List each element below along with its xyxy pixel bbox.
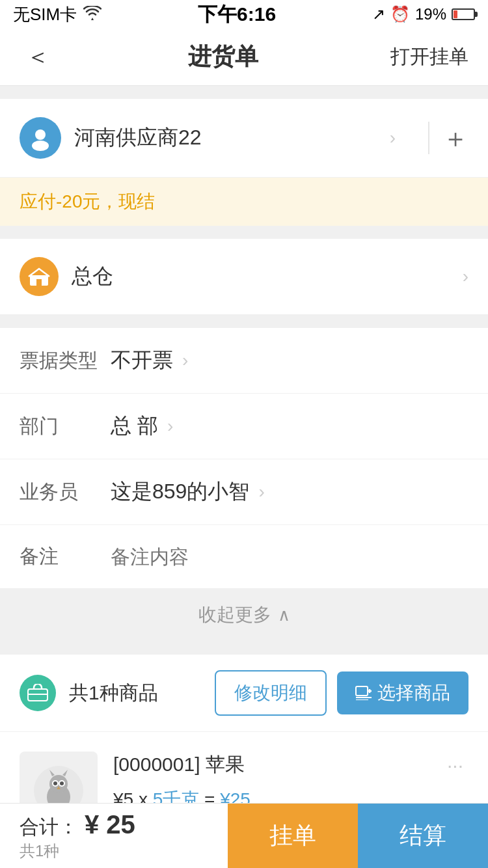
battery-icon [452,8,475,20]
ticket-type-value: 不开票 [111,346,173,375]
product-title: 苹果 [206,753,245,775]
total-section: 合计： ¥ 25 共1种 [0,810,228,861]
carrier-label: 无SIM卡 [13,3,77,26]
vertical-divider [428,122,429,154]
svg-point-0 [35,129,46,140]
salesman-row[interactable]: 业务员 这是859的小智 › [0,459,488,525]
salesman-chevron-icon: › [258,481,264,502]
department-label: 部门 [20,413,111,440]
supplier-card: 河南供应商22 › ＋ 应付-20元，现结 [0,99,488,226]
notice-text: 应付-20元，现结 [20,191,155,211]
product-name: [0000001] 苹果 [113,752,442,778]
status-left: 无SIM卡 [13,3,102,26]
add-button[interactable]: ＋ [442,120,468,156]
collapse-icon: ∧ [278,605,290,625]
remark-row: 备注 [0,525,488,588]
supplier-name: 河南供应商22 [74,124,390,152]
status-time: 下午6:16 [198,1,276,28]
select-product-label: 选择商品 [377,681,450,705]
back-button[interactable]: ＜ [20,34,56,79]
page-title: 进货单 [188,41,258,73]
department-row[interactable]: 部门 总 部 › [0,394,488,459]
supplier-row[interactable]: 河南供应商22 › ＋ [0,99,488,178]
supplier-avatar [20,117,61,159]
battery-percent: 19% [415,5,446,23]
nav-bar: ＜ 进货单 打开挂单 [0,29,488,86]
select-product-button[interactable]: 选择商品 [337,671,468,714]
warehouse-card: 总仓 › [0,239,488,315]
product-code: [0000001] [113,753,206,775]
alarm-icon: ⏰ [390,5,410,23]
supplier-chevron-icon: › [390,128,396,148]
total-sub-label: 共1种 [20,841,208,861]
open-pending-button[interactable]: 打开挂单 [390,44,468,70]
warehouse-icon-bg [20,257,59,296]
status-right: ↗ ⏰ 19% [372,5,475,23]
bottom-bar: 合计： ¥ 25 共1种 挂单 结算 [0,803,488,868]
products-count-label: 共1种商品 [69,680,215,707]
salesman-label: 业务员 [20,479,111,506]
hold-button[interactable]: 挂单 [228,804,358,869]
products-icon-bg [20,675,56,711]
warehouse-label: 总仓 [72,262,463,291]
svg-point-1 [32,141,49,151]
gap-2 [0,226,488,239]
wifi-icon [83,5,102,25]
status-bar: 无SIM卡 下午6:16 ↗ ⏰ 19% [0,0,488,29]
ticket-type-row[interactable]: 票据类型 不开票 › [0,328,488,394]
total-amount: ¥ 25 [85,810,135,839]
edit-detail-button[interactable]: 修改明细 [215,670,327,716]
checkout-button[interactable]: 结算 [358,804,488,869]
warehouse-row[interactable]: 总仓 › [0,239,488,315]
svg-point-19 [60,781,64,785]
products-header: 共1种商品 修改明细 选择商品 [0,655,488,732]
total-label-text: 合计： [20,814,78,841]
form-card: 票据类型 不开票 › 部门 总 部 › 业务员 这是859的小智 › 备注 [0,328,488,588]
department-value: 总 部 [111,412,158,441]
ticket-type-label: 票据类型 [20,347,111,374]
warehouse-chevron-icon: › [463,266,468,287]
ticket-type-chevron-icon: › [182,350,188,371]
svg-rect-6 [356,686,368,696]
department-chevron-icon: › [167,416,173,437]
collapse-label: 收起更多 [198,603,271,627]
remark-input[interactable] [111,546,468,568]
collapse-row[interactable]: 收起更多 ∧ [0,588,488,642]
svg-rect-3 [36,279,42,286]
gap-1 [0,86,488,99]
location-icon: ↗ [372,5,385,23]
remark-label: 备注 [20,543,111,570]
svg-point-18 [53,781,57,785]
salesman-value: 这是859的小智 [111,478,249,506]
gap-3 [0,315,488,328]
total-label-row: 合计： ¥ 25 [20,810,208,841]
notice-banner: 应付-20元，现结 [0,178,488,226]
gap-4 [0,642,488,655]
product-more-button[interactable]: ··· [442,752,468,779]
